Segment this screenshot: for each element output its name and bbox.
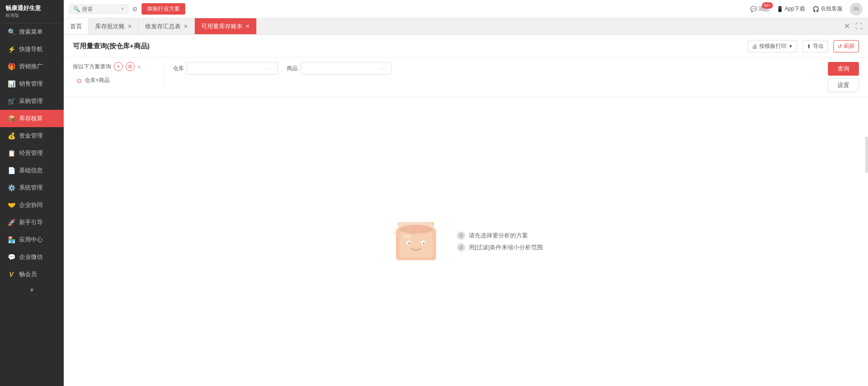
edit-scheme-btn[interactable]: ⚙	[126, 62, 135, 71]
app-name: 畅康通好生意	[5, 5, 58, 12]
svg-point-3	[400, 225, 432, 234]
sidebar-item-collab[interactable]: 🤝 企业协同	[0, 196, 64, 214]
message-badge: 99+	[762, 2, 772, 9]
tab-close-summary[interactable]: ✕	[183, 23, 188, 30]
sidebar-item-inventory[interactable]: 📦 库存核算	[0, 110, 64, 127]
scheme-icon: ⊙	[76, 77, 82, 84]
sidebar-item-quicknav[interactable]: ⚡ 快捷导航	[0, 41, 64, 58]
lightning-icon: ⚡	[7, 46, 15, 53]
doc-icon: 📄	[7, 167, 15, 174]
collapse-icon[interactable]: «	[137, 63, 141, 70]
goods-input[interactable]: ···	[300, 62, 391, 75]
svg-point-8	[422, 242, 425, 245]
sidebar-item-appcenter[interactable]: 🏪 应用中心	[0, 231, 64, 248]
search-icon: 🔍	[73, 6, 80, 12]
goods-more-icon[interactable]: ···	[379, 65, 387, 72]
export-btn[interactable]: ⬆ 导出	[802, 40, 828, 52]
filter-actions: 查询 设置	[819, 62, 859, 92]
avatar[interactable]: Rit	[850, 3, 863, 15]
page-header: 可用量查询(按仓库+商品) 🖨 按模板打印 ▼ ⬆ 导出 ↺ 刷新	[64, 35, 868, 57]
topbar-right: 💬 消息 99+ 📱 App下载 🎧 在线客服 Rit	[750, 3, 863, 15]
tab-available-qty[interactable]: 可用量库存账本 ✕	[195, 18, 257, 34]
query-btn[interactable]: 查询	[828, 62, 859, 76]
cart-icon: 🛒	[7, 98, 15, 105]
sidebar-item-marketing[interactable]: 🎁 营销推广	[0, 58, 64, 75]
refresh-icon: ↺	[838, 43, 842, 50]
tab-close-batch[interactable]: ✕	[127, 23, 132, 30]
empty-hint-1: ① 请先选择要分析的方案	[457, 232, 543, 240]
filter-area: 按以下方案查询 + ⚙ « ⊙ 仓库+商品 仓库 ··· 商品	[64, 57, 868, 97]
sidebar-item-system[interactable]: ⚙️ 系统管理	[0, 179, 64, 196]
sidebar-item-finance[interactable]: 💰 资金管理	[0, 127, 64, 144]
message-btn[interactable]: 💬 消息 99+	[750, 5, 769, 13]
search-box[interactable]: 🔍 ▼	[69, 5, 128, 14]
warehouse-more-icon[interactable]: ···	[265, 65, 274, 72]
scheme-header: 按以下方案查询 + ⚙ «	[73, 62, 159, 71]
sidebar: 畅康通好生意 标准版 🔍 搜索菜单 ⚡ 快捷导航 🎁 营销推广 📊 销售管理 🛒…	[0, 0, 64, 386]
goods-field: 商品 ···	[287, 62, 391, 75]
gift-icon: 🎁	[7, 63, 15, 70]
sidebar-item-guide[interactable]: 🚀 新手引导	[0, 214, 64, 231]
add-scheme-btn[interactable]: +	[114, 62, 123, 71]
sidebar-item-purchase[interactable]: 🛒 采购管理	[0, 93, 64, 110]
search-icon: 🔍	[7, 28, 15, 36]
online-service-btn[interactable]: 🎧 在线客服	[812, 5, 843, 13]
scheme-item-warehouse-goods[interactable]: ⊙ 仓库+商品	[73, 75, 159, 86]
handshake-icon: 🤝	[7, 201, 15, 209]
page-actions: 🖨 按模板打印 ▼ ⬆ 导出 ↺ 刷新	[748, 40, 859, 52]
chart-icon: 📊	[7, 80, 15, 87]
box-icon: 📦	[7, 115, 15, 122]
dropdown-icon[interactable]: ▼	[120, 6, 125, 11]
scrollbar-thumb[interactable]	[865, 137, 868, 173]
empty-hint-2: ② 用[过滤]条件来缩小分析范围	[457, 243, 543, 252]
sidebar-item-basic-info[interactable]: 📄 基础信息	[0, 162, 64, 179]
print-dropdown-icon: ▼	[788, 44, 793, 49]
tab-batch-ledger[interactable]: 库存批次账 ✕	[89, 18, 139, 34]
svg-point-7	[408, 242, 410, 245]
tab-close-available[interactable]: ✕	[245, 23, 250, 30]
rocket-icon: 🚀	[7, 219, 15, 226]
vip-icon: V	[7, 271, 15, 278]
settings-icon[interactable]: ⚙	[132, 5, 138, 13]
search-input[interactable]	[82, 6, 118, 12]
tab-summary[interactable]: 收发存汇总表 ✕	[139, 18, 195, 34]
warehouse-field: 仓库 ···	[173, 62, 278, 75]
filter-scheme-panel: 按以下方案查询 + ⚙ « ⊙ 仓库+商品	[73, 62, 164, 86]
refresh-btn[interactable]: ↺ 刷新	[833, 40, 859, 52]
empty-state: ✦ ✦ ① 请先选择要分析的方案 ② 用[过滤]条件来缩小分析范围	[64, 97, 868, 386]
phone-icon: 📱	[777, 6, 783, 12]
app-version: 标准版	[5, 12, 58, 18]
sidebar-item-operation[interactable]: 📋 经营管理	[0, 144, 64, 162]
sidebar-item-search[interactable]: 🔍 搜索菜单	[0, 23, 64, 41]
empty-hints: ① 请先选择要分析的方案 ② 用[过滤]条件来缩小分析范围	[457, 232, 543, 252]
tabs-bar: 首页 库存批次账 ✕ 收发存汇总表 ✕ 可用量库存账本 ✕ ✕ ⛶	[64, 18, 868, 35]
sidebar-item-member[interactable]: V 畅会员	[0, 266, 64, 283]
goods-label: 商品	[287, 65, 298, 72]
hint-num-2: ②	[457, 243, 465, 252]
empty-illustration: ✦ ✦	[389, 216, 443, 267]
svg-text:✦: ✦	[392, 231, 396, 236]
printer-icon: 🖨	[752, 43, 757, 50]
main-container: 🔍 ▼ ⚙ 体验行业方案 💬 消息 99+ 📱 App下载 🎧 在线客服 Rit	[64, 0, 868, 386]
print-template-btn[interactable]: 🖨 按模板打印 ▼	[748, 40, 797, 52]
maximize-tab-btn[interactable]: ⛶	[853, 21, 864, 32]
warehouse-label: 仓库	[173, 65, 184, 72]
tab-home[interactable]: 首页	[64, 18, 89, 34]
trial-btn[interactable]: 体验行业方案	[142, 3, 185, 15]
sidebar-item-sales[interactable]: 📊 销售管理	[0, 75, 64, 93]
filter-fields: 仓库 ··· 商品 ···	[164, 62, 819, 75]
filter-settings-btn[interactable]: 设置	[828, 78, 859, 92]
warehouse-input[interactable]: ···	[187, 62, 278, 75]
headset-icon: 🎧	[812, 6, 819, 12]
store-icon: 🏪	[7, 236, 15, 243]
app-logo: 畅康通好生意 标准版	[0, 0, 64, 23]
close-tab-btn[interactable]: ✕	[842, 20, 852, 32]
sidebar-scroll-down[interactable]: ▼	[0, 283, 64, 297]
hint-num-1: ①	[457, 232, 465, 240]
svg-rect-4	[402, 235, 411, 238]
topbar: 🔍 ▼ ⚙ 体验行业方案 💬 消息 99+ 📱 App下载 🎧 在线客服 Rit	[64, 0, 868, 18]
money-icon: 💰	[7, 132, 15, 139]
app-download-btn[interactable]: 📱 App下载	[777, 5, 805, 13]
page-title: 可用量查询(按仓库+商品)	[73, 42, 150, 51]
sidebar-item-wxwork[interactable]: 💬 企业微信	[0, 248, 64, 266]
